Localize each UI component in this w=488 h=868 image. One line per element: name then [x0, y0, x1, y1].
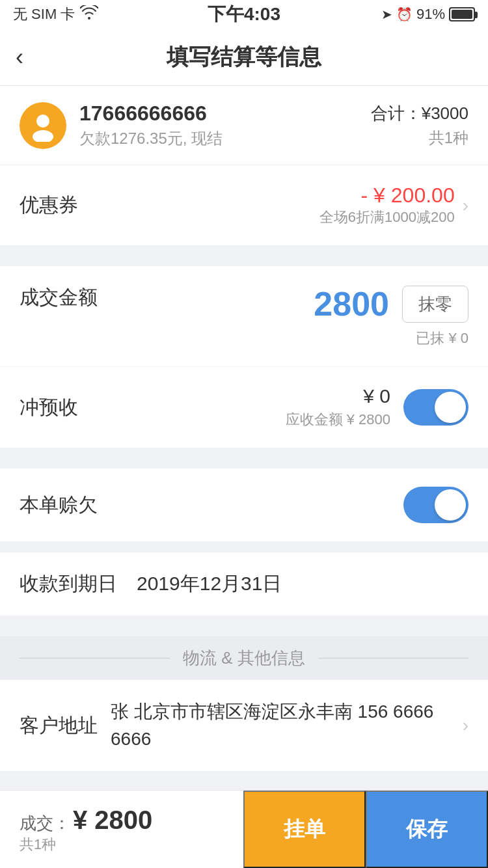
customer-section: 17666666666 欠款1276.35元, 现结 合计：¥3000 共1种 …	[0, 86, 488, 245]
duedate-value: 2019年12月31日	[137, 571, 282, 597]
round-zero-button[interactable]: 抹零	[402, 286, 468, 323]
page-title: 填写结算等信息	[167, 42, 321, 72]
customer-row: 17666666666 欠款1276.35元, 现结 合计：¥3000 共1种	[0, 86, 488, 165]
total-count: 共1种	[371, 128, 468, 148]
battery-icon	[449, 7, 475, 21]
coupon-label: 优惠券	[20, 192, 78, 219]
deal-amount-section: 成交金额 2800 抹零 已抹 ¥ 0 冲预收 ¥ 0 应收金额 ¥ 2800	[0, 266, 488, 448]
alarm-icon: ⏰	[396, 7, 413, 22]
duedate-row: 收款到期日 2019年12月31日	[0, 552, 488, 616]
customer-phone: 17666666666	[79, 102, 223, 126]
status-time: 下午4:03	[208, 2, 280, 27]
coupon-chevron: ›	[463, 195, 468, 216]
logistics-label: 物流 & 其他信息	[183, 647, 305, 670]
customer-info: 17666666666 欠款1276.35元, 现结	[79, 102, 223, 149]
nav-bar: ‹ 填写结算等信息	[0, 29, 488, 86]
credit-row: 本单赊欠	[0, 468, 488, 541]
address-section: 客户地址 张 北京市市辖区海淀区永丰南 156 6666 6666 ›	[0, 680, 488, 771]
location-icon: ➤	[381, 7, 392, 22]
footer-count: 共1种	[20, 835, 224, 854]
address-chevron: ›	[463, 715, 468, 736]
address-content: 张 北京市市辖区海淀区永丰南 156 6666 6666	[111, 698, 463, 753]
prepayment-toggle[interactable]	[403, 389, 468, 426]
battery-percent: 91%	[416, 6, 445, 23]
divider-line-left	[20, 658, 170, 658]
svg-point-0	[36, 115, 49, 128]
divider-3	[0, 626, 488, 636]
divider-line-right	[318, 658, 468, 658]
credit-label: 本单赊欠	[20, 492, 98, 519]
wifi-icon	[80, 5, 98, 23]
customer-right: 合计：¥3000 共1种	[371, 102, 468, 148]
customer-debt: 欠款1276.35元, 现结	[79, 128, 223, 149]
address-label: 客户地址	[20, 712, 98, 739]
duedate-label: 收款到期日	[20, 571, 117, 597]
prepayment-amount: ¥ 0	[286, 385, 390, 407]
status-right: ➤ ⏰ 91%	[381, 6, 475, 23]
coupon-right: - ¥ 200.00 全场6折满1000减200 ›	[319, 183, 468, 227]
deal-amount-label: 成交金额	[20, 284, 98, 311]
divider-2	[0, 458, 488, 468]
credit-section: 本单赊欠	[0, 468, 488, 541]
footer-summary: 成交： ¥ 2800 共1种	[0, 804, 243, 854]
sim-label: 无 SIM 卡	[13, 5, 75, 24]
prepayment-row: 冲预收 ¥ 0 应收金额 ¥ 2800	[0, 367, 488, 448]
svg-point-1	[33, 130, 53, 142]
deal-amount-sub: 已抹 ¥ 0	[416, 329, 468, 348]
coupon-desc: 全场6折满1000减200	[319, 208, 455, 227]
coupon-row[interactable]: 优惠券 - ¥ 200.00 全场6折满1000减200 ›	[0, 165, 488, 245]
total-label: 合计：¥3000	[371, 102, 468, 125]
status-bar: 无 SIM 卡 下午4:03 ➤ ⏰ 91%	[0, 0, 488, 29]
footer-chengjiao-label: 成交：	[20, 812, 70, 835]
status-left: 无 SIM 卡	[13, 5, 98, 24]
divider-1	[0, 256, 488, 266]
prepayment-value: ¥ 0 应收金额 ¥ 2800	[286, 385, 390, 429]
deal-amount-value: 2800	[314, 284, 389, 323]
deal-amount-row: 成交金额 2800 抹零 已抹 ¥ 0	[0, 266, 488, 367]
prepayment-right: ¥ 0 应收金额 ¥ 2800	[286, 385, 468, 429]
address-row[interactable]: 客户地址 张 北京市市辖区海淀区永丰南 156 6666 6666 ›	[0, 680, 488, 771]
back-button[interactable]: ‹	[16, 44, 23, 71]
coupon-discount: - ¥ 200.00	[319, 183, 455, 208]
footer-bar: 成交： ¥ 2800 共1种 挂单 保存	[0, 790, 488, 868]
avatar	[20, 102, 66, 149]
credit-toggle[interactable]	[403, 487, 468, 523]
duedate-section: 收款到期日 2019年12月31日	[0, 552, 488, 616]
hang-button[interactable]: 挂单	[243, 791, 366, 868]
customer-left: 17666666666 欠款1276.35元, 现结	[20, 102, 223, 149]
footer-amount: ¥ 2800	[73, 806, 152, 835]
save-button[interactable]: 保存	[366, 791, 488, 868]
logistics-divider: 物流 & 其他信息	[0, 636, 488, 680]
prepayment-yingshou: 应收金额 ¥ 2800	[286, 410, 390, 429]
prepayment-label: 冲预收	[20, 394, 78, 421]
